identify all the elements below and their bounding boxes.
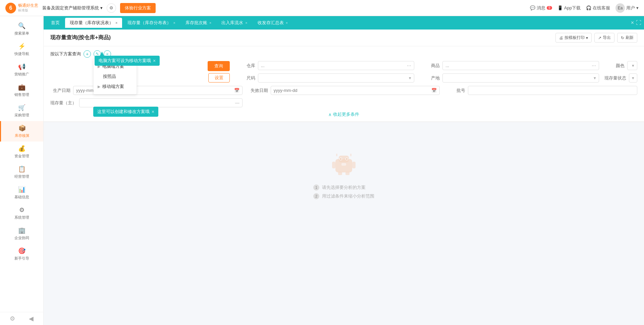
empty-illustration <box>329 149 359 179</box>
filter-row-qty: 现存量（主） — <box>50 98 637 107</box>
tab-close-batch-account[interactable]: × <box>209 21 211 25</box>
corp-icon: 🏢 <box>18 227 25 234</box>
sidebar-item-base-info[interactable]: 📊 基础信息 <box>0 182 43 203</box>
system-selector[interactable]: 装备及固定资产辅助管理系统 ▾ <box>42 5 103 11</box>
settings-icon[interactable]: ⚙ <box>107 3 116 13</box>
refresh-button[interactable]: ↻ 刷新 <box>617 33 637 43</box>
tab-right-buttons: × ⛶ <box>631 20 641 26</box>
sidebar-item-finance[interactable]: 💰 资金管理 <box>0 142 43 162</box>
system-icon: ⚙ <box>19 206 24 214</box>
expire-date-input-wrap[interactable]: 📅 <box>271 86 440 95</box>
tooltip-close-edit[interactable]: × <box>152 109 154 114</box>
filter-batch-no: 批号 <box>445 86 637 95</box>
operation-icon: 📋 <box>18 165 25 173</box>
calendar-icon-expire: 📅 <box>431 88 437 93</box>
color-select-wrap[interactable]: ▾ <box>627 61 637 70</box>
sidebar-item-purchase[interactable]: 🛒 采购管理 <box>0 101 43 121</box>
size-select-wrap[interactable]: ▾ <box>258 73 415 83</box>
warehouse-input[interactable] <box>261 63 406 68</box>
sidebar-item-guide[interactable]: 🎯 新手引导 <box>0 244 43 264</box>
close-all-tabs-button[interactable]: × <box>631 20 634 26</box>
tab-recv-summary[interactable]: 收发存汇总表 × <box>253 18 292 28</box>
tab-in-out-flow[interactable]: 出入库流水 × <box>217 18 252 28</box>
tab-home[interactable]: 首页 <box>46 18 64 28</box>
logo: 6 畅通好生意 标准版 <box>5 3 38 13</box>
svg-point-4 <box>340 158 341 160</box>
sidebar-item-corp[interactable]: 🏢 企业协同 <box>0 223 43 244</box>
trial-button[interactable]: 体验行业方案 <box>120 3 156 13</box>
expire-date-label: 失效日期 <box>248 88 268 94</box>
filter-goods: 商品 ⋯ <box>420 61 599 70</box>
add-scheme-tooltip: 电脑方案可设为移动方案哦 × <box>95 56 160 66</box>
filter-size: 尺码 ▾ <box>235 73 415 83</box>
sidebar-item-marketing[interactable]: 📢 营销推广 <box>0 60 43 80</box>
tooltip-close-add[interactable]: × <box>153 58 156 63</box>
online-service-button[interactable]: 🎧 在线客服 <box>586 5 610 11</box>
sidebar-item-operation[interactable]: 📋 经营管理 <box>0 162 43 182</box>
tab-close-in-out-flow[interactable]: × <box>245 21 247 25</box>
sidebar-item-system[interactable]: ⚙ 系统管理 <box>0 203 43 223</box>
logo-text: 畅通好生意 标准版 <box>18 3 38 13</box>
sidebar-bottom: ⚙ ◀ <box>0 312 43 325</box>
sidebar-menu: 🔍 搜索菜单 ⚡ 快捷导航 📢 营销推广 💼 销售管理 🛒 采购管理 <box>0 16 43 312</box>
user-menu[interactable]: Ea 用户 ▾ <box>615 3 639 13</box>
tab-close-recv-summary[interactable]: × <box>286 21 288 25</box>
add-scheme-button[interactable]: + <box>84 50 91 58</box>
tab-inventory-dist[interactable]: 现存量（库存分布表） × <box>123 18 180 28</box>
origin-select-wrap[interactable]: ▾ <box>442 73 599 83</box>
size-label: 尺码 <box>235 75 255 81</box>
scheme-tree-item-goods[interactable]: 按照品 <box>94 71 137 82</box>
empty-tip-1: 1 请先选择要分析的方案 <box>313 184 374 191</box>
sidebar-item-quick-nav[interactable]: ⚡ 快捷导航 <box>0 39 43 60</box>
query-button[interactable]: 查询 <box>208 61 230 71</box>
sidebar-item-inventory[interactable]: 📦 库存核算 <box>0 121 43 142</box>
warehouse-input-wrap[interactable]: ⋯ <box>258 61 415 70</box>
color-label: 颜色 <box>604 63 625 69</box>
chevron-down-icon: ▾ <box>100 5 103 10</box>
goods-input-wrap[interactable]: ⋯ <box>442 61 599 70</box>
app-download-button[interactable]: 📱 App下载 <box>557 5 581 11</box>
svg-rect-12 <box>350 154 352 156</box>
batch-no-input[interactable] <box>468 86 637 95</box>
export-button[interactable]: ↗ 导出 <box>594 33 614 43</box>
svg-rect-10 <box>345 172 350 175</box>
message-icon: 💬 <box>530 5 535 10</box>
search-icon: 🔍 <box>18 22 25 30</box>
maximize-button[interactable]: ⛶ <box>636 20 641 26</box>
empty-state: 1 请先选择要分析的方案 2 用过滤条件来缩小分析范围 <box>44 122 644 226</box>
avatar: Ea <box>615 3 625 13</box>
empty-tip-2: 2 用过滤条件来缩小分析范围 <box>313 193 374 199</box>
sidebar-item-search-menu[interactable]: 🔍 搜索菜单 <box>0 19 43 39</box>
current-qty-label: 现存量（主） <box>50 100 76 106</box>
tab-inventory-status[interactable]: 现存量（库存状况表） × <box>65 18 122 28</box>
current-qty-input[interactable] <box>82 100 234 105</box>
megaphone-icon: 📢 <box>18 63 25 70</box>
expire-date-input[interactable] <box>274 88 430 93</box>
tab-batch-account[interactable]: 库存批次账 × <box>181 18 216 28</box>
messages-button[interactable]: 💬 消息 9 <box>530 5 552 11</box>
sidebar-item-sales[interactable]: 💼 销售管理 <box>0 80 43 101</box>
tab-close-inventory-status[interactable]: × <box>115 21 117 25</box>
current-qty-input-wrap[interactable]: — <box>79 98 243 107</box>
chevron-down-icon: ▾ <box>636 5 639 10</box>
search-area: 按以下方案查询 + ✎ « 电脑方案可设为移动方案哦 × ▶ <box>44 46 644 122</box>
sales-icon: 💼 <box>18 84 25 91</box>
svg-rect-7 <box>332 162 335 168</box>
page-content: 现存量查询(按仓库+商品) 🖨 按模板打印 ▾ ↗ 导出 ↻ <box>44 30 644 325</box>
print-template-button[interactable]: 🖨 按模板打印 ▾ <box>555 33 592 43</box>
reset-button[interactable]: 设置 <box>208 73 230 83</box>
origin-label: 产地 <box>420 75 440 81</box>
goods-input[interactable] <box>445 63 590 68</box>
filter-warehouse: 仓库 ⋯ <box>235 61 415 70</box>
svg-point-5 <box>346 158 347 160</box>
inventory-status-select-wrap[interactable]: ▾ <box>629 73 637 83</box>
tab-close-inventory-dist[interactable]: × <box>173 21 175 25</box>
sidebar-settings-button[interactable]: ⚙ <box>10 315 15 322</box>
chevron-up-icon: ∧ <box>328 112 332 117</box>
base-info-icon: 📊 <box>18 186 25 193</box>
batch-no-label: 批号 <box>445 88 465 94</box>
scheme-tree-item-mobile[interactable]: ▶ 移动端方案 <box>94 82 137 92</box>
service-icon: 🎧 <box>586 5 591 10</box>
page-actions: 🖨 按模板打印 ▾ ↗ 导出 ↻ 刷新 <box>555 33 637 43</box>
sidebar-collapse-button[interactable]: ◀ <box>29 315 34 322</box>
